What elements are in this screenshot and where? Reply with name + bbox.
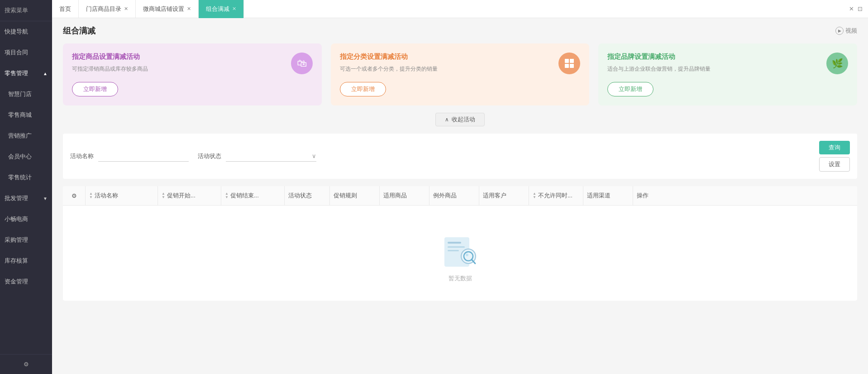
close-window-icon[interactable]: ✕ [849, 5, 854, 12]
sort-icon[interactable]: ▲▼ [89, 192, 93, 199]
svg-point-11 [466, 254, 468, 256]
activity-status-select[interactable]: ∨ [226, 151, 316, 162]
sidebar-item-contracts[interactable]: 项目合同 [0, 42, 52, 63]
play-icon: ▶ [835, 27, 844, 35]
close-icon[interactable]: ✕ [124, 6, 128, 12]
sidebar-settings[interactable]: ⚙ [0, 354, 52, 374]
chevron-up-icon: ▲ [43, 71, 48, 76]
activity-status-label: 活动状态 [198, 152, 221, 160]
chevron-up-icon: ∧ [445, 116, 449, 123]
th-promo-rule: 促销规则 [330, 186, 380, 205]
card-category-title: 指定分类设置满减活动 [340, 53, 581, 61]
sidebar-search[interactable]: 搜索菜单 [0, 0, 52, 21]
close-icon[interactable]: ✕ [232, 6, 236, 12]
svg-rect-2 [565, 64, 569, 68]
maximize-window-icon[interactable]: ⊡ [858, 5, 863, 12]
empty-state: 暂无数据 [63, 206, 857, 301]
sidebar-item-ecommerce[interactable]: 小畅电商 [0, 209, 52, 230]
card-category-desc: 可选一个或者多个分类，提升分类的销量 [340, 65, 581, 73]
sidebar: 搜索菜单 快捷导航 项目合同 零售管理 ▲ 智慧门店 零售商城 营销推广 会员中… [0, 0, 52, 374]
close-icon[interactable]: ✕ [187, 6, 191, 12]
card-brand-add-button[interactable]: 立即新增 [607, 82, 653, 96]
sidebar-item-smart-store[interactable]: 智慧门店 [0, 84, 52, 105]
activity-name-input[interactable] [98, 151, 189, 162]
empty-illustration [438, 233, 483, 269]
tab-combo-discount[interactable]: 组合满减 ✕ [199, 0, 244, 18]
th-activity-name: ▲▼ 活动名称 [86, 186, 158, 205]
window-controls: ✕ ⊡ [844, 5, 868, 12]
sidebar-item-member[interactable]: 会员中心 [0, 146, 52, 167]
page-content: 组合满减 ▶ 视频 🛍 指定商品设置满减活动 可指定滞销商品或库存较多商品 立即… [52, 18, 868, 374]
svg-rect-3 [570, 64, 574, 68]
svg-rect-1 [570, 59, 574, 63]
video-link[interactable]: ▶ 视频 [835, 27, 857, 35]
card-category-add-button[interactable]: 立即新增 [340, 82, 386, 96]
table-header: ⚙ ▲▼ 活动名称 ▲▼ 促销开始... ▲▼ 促销结束... 活动状态 [63, 186, 857, 206]
th-gear[interactable]: ⚙ [63, 186, 86, 205]
th-exception-goods: 例外商品 [429, 186, 479, 205]
main-content: 首页 门店商品目录 ✕ 微商城店铺设置 ✕ 组合满减 ✕ ✕ ⊡ 组合满减 ▶ … [52, 0, 868, 374]
search-bar: 活动名称 活动状态 ∨ 查询 设置 [63, 134, 857, 179]
svg-rect-7 [448, 250, 459, 251]
activity-status-field: 活动状态 ∨ [198, 151, 316, 162]
tab-bar: 首页 门店商品目录 ✕ 微商城店铺设置 ✕ 组合满减 ✕ ✕ ⊡ [52, 0, 868, 18]
sidebar-item-purchase[interactable]: 采购管理 [0, 230, 52, 250]
chevron-down-icon: ▼ [43, 196, 48, 201]
svg-rect-5 [448, 242, 461, 244]
gear-icon: ⚙ [24, 361, 29, 368]
tab-wechat-store[interactable]: 微商城店铺设置 ✕ [136, 0, 199, 18]
sidebar-item-marketing[interactable]: 营销推广 [0, 125, 52, 146]
collapse-bar: ∧ 收起活动 [63, 113, 857, 126]
gear-icon: ⚙ [72, 192, 77, 199]
th-not-allow: ▲▼ 不允许同时... [529, 186, 583, 205]
activity-name-field: 活动名称 [70, 151, 189, 162]
card-product-title: 指定商品设置满减活动 [72, 53, 313, 61]
th-promo-end: ▲▼ 促销结束... [221, 186, 285, 205]
sidebar-item-inventory[interactable]: 库存核算 [0, 250, 52, 271]
card-category: 指定分类设置满减活动 可选一个或者多个分类，提升分类的销量 立即新增 [331, 43, 590, 105]
activity-name-label: 活动名称 [70, 152, 94, 160]
tab-home[interactable]: 首页 [52, 0, 79, 18]
card-category-icon [558, 53, 580, 74]
search-actions: 查询 设置 [819, 141, 850, 172]
th-applicable-channel: 适用渠道 [583, 186, 633, 205]
th-applicable-goods: 适用商品 [380, 186, 429, 205]
card-brand-desc: 适合与上游企业联合做营销，提升品牌销量 [607, 65, 848, 73]
card-product: 🛍 指定商品设置满减活动 可指定滞销商品或库存较多商品 立即新增 [63, 43, 322, 105]
page-header: 组合满减 ▶ 视频 [63, 25, 857, 36]
card-brand-title: 指定品牌设置满减活动 [607, 53, 848, 61]
sort-icon[interactable]: ▲▼ [533, 192, 536, 199]
tab-store-catalog[interactable]: 门店商品目录 ✕ [79, 0, 136, 18]
card-product-desc: 可指定滞销商品或库存较多商品 [72, 65, 313, 73]
sort-icon[interactable]: ▲▼ [225, 192, 229, 199]
query-button[interactable]: 查询 [819, 141, 850, 154]
card-brand: 🌿 指定品牌设置满减活动 适合与上游企业联合做营销，提升品牌销量 立即新增 [598, 43, 857, 105]
sidebar-item-retail-mall[interactable]: 零售商城 [0, 105, 52, 125]
th-applicable-customer: 适用客户 [479, 186, 529, 205]
cards-section: 🛍 指定商品设置满减活动 可指定滞销商品或库存较多商品 立即新增 指定分类设置满… [63, 43, 857, 105]
svg-rect-0 [565, 59, 569, 63]
sidebar-item-shortcuts[interactable]: 快捷导航 [0, 21, 52, 42]
sidebar-item-finance[interactable]: 资金管理 [0, 271, 52, 292]
th-action: 操作 [633, 186, 857, 205]
page-title: 组合满减 [63, 25, 95, 36]
svg-rect-6 [448, 246, 465, 248]
sidebar-item-retail[interactable]: 零售管理 ▲ [0, 63, 52, 84]
sidebar-item-retail-stats[interactable]: 零售统计 [0, 167, 52, 188]
chevron-down-icon: ∨ [312, 153, 316, 159]
table-container: ⚙ ▲▼ 活动名称 ▲▼ 促销开始... ▲▼ 促销结束... 活动状态 [63, 186, 857, 301]
setting-button[interactable]: 设置 [819, 157, 850, 172]
sidebar-item-wholesale[interactable]: 批发管理 ▼ [0, 188, 52, 209]
card-brand-icon: 🌿 [826, 53, 848, 74]
card-product-add-button[interactable]: 立即新增 [72, 82, 118, 96]
card-product-icon: 🛍 [291, 53, 313, 74]
collapse-button[interactable]: ∧ 收起活动 [435, 113, 485, 126]
th-activity-status: 活动状态 [285, 186, 330, 205]
th-promo-start: ▲▼ 促销开始... [158, 186, 221, 205]
empty-text: 暂无数据 [448, 274, 472, 283]
sort-icon[interactable]: ▲▼ [162, 192, 165, 199]
